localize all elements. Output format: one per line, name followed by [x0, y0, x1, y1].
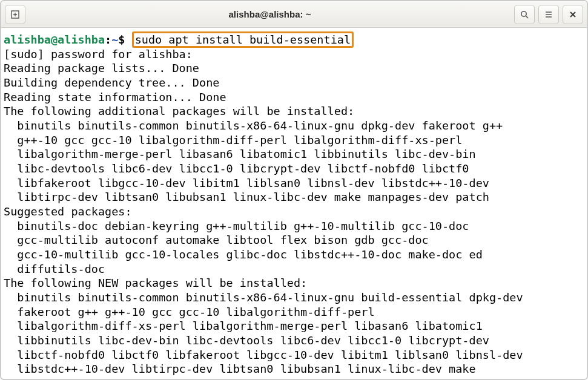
- terminal-output[interactable]: alishba@alishba:~$ sudo apt install buil…: [1, 28, 587, 379]
- reading-state-info: Reading state information... Done: [4, 90, 584, 105]
- prompt-path: ~: [111, 33, 118, 46]
- suggested-packages-header: Suggested packages:: [4, 205, 584, 219]
- new-tab-button[interactable]: [5, 5, 25, 24]
- additional-packages-header: The following additional packages will b…: [4, 104, 584, 119]
- prompt-userhost: alishba@alishba: [4, 33, 105, 46]
- hamburger-icon: [544, 10, 553, 19]
- reading-package-lists: Reading package lists... Done: [4, 61, 584, 76]
- search-icon: [520, 10, 529, 19]
- window-title: alishba@alishba: ~: [29, 9, 510, 19]
- menu-button[interactable]: [538, 5, 559, 24]
- svg-point-3: [521, 11, 526, 16]
- sudo-password-prompt: [sudo] password for alishba:: [4, 47, 584, 62]
- new-packages-list: binutils binutils-common binutils-x86-64…: [4, 290, 584, 376]
- new-tab-icon: [10, 10, 20, 19]
- new-packages-header: The following NEW packages will be insta…: [4, 276, 584, 290]
- suggested-packages-list: binutils-doc debian-keyring g++-multilib…: [4, 219, 584, 277]
- prompt-dollar: $: [118, 33, 131, 46]
- close-button[interactable]: [563, 5, 583, 24]
- highlighted-command: sudo apt install build-essential: [132, 31, 354, 48]
- additional-packages-list: binutils binutils-common binutils-x86-64…: [4, 119, 584, 205]
- close-icon: [569, 10, 577, 19]
- window-titlebar: alishba@alishba: ~: [1, 1, 587, 28]
- search-button[interactable]: [514, 5, 535, 24]
- prompt-line: alishba@alishba:~$ sudo apt install buil…: [4, 33, 584, 47]
- prompt-sep: :: [105, 33, 111, 46]
- building-dependency-tree: Building dependency tree... Done: [4, 76, 584, 90]
- svg-line-4: [526, 16, 528, 18]
